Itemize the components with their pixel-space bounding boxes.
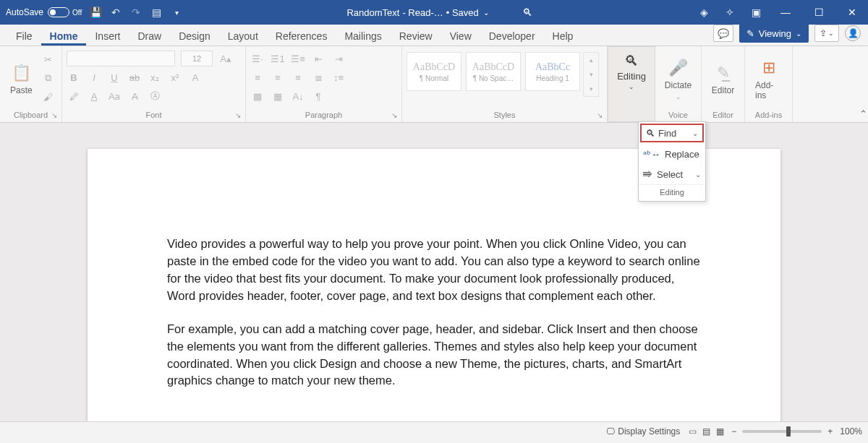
dialog-launcher-icon[interactable]: ↘	[232, 111, 241, 119]
tab-file[interactable]: File	[7, 26, 41, 46]
italic-button[interactable]: I	[87, 70, 101, 85]
change-case-icon[interactable]: Aa	[107, 89, 122, 103]
maximize-button[interactable]: ☐	[809, 7, 829, 18]
title-dropdown-icon[interactable]: ⌄	[483, 9, 489, 17]
redo-icon[interactable]: ↷	[129, 6, 142, 19]
char-border-icon[interactable]: Ⓐ	[148, 89, 162, 103]
font-size-combo[interactable]: 12	[181, 51, 213, 66]
comments-button[interactable]: 💬	[713, 25, 733, 42]
strike-icon[interactable]: ab	[127, 70, 142, 85]
display-settings-icon[interactable]: 🖵	[606, 426, 615, 436]
paragraph-1[interactable]: Video provides a powerful way to help yo…	[167, 236, 701, 305]
share-button[interactable]: ⇪⌄	[814, 25, 839, 42]
font-color-icon[interactable]: A	[87, 89, 101, 103]
format-painter-icon[interactable]: 🖌	[41, 90, 56, 104]
zoom-slider[interactable]	[742, 430, 822, 433]
style-normal[interactable]: AaBbCcD ¶ Normal	[407, 52, 461, 91]
cut-icon[interactable]: ✂	[41, 52, 56, 66]
styles-more-icon[interactable]: ▾	[584, 82, 598, 96]
close-button[interactable]: ✕	[842, 7, 862, 18]
tab-insert[interactable]: Insert	[86, 26, 129, 46]
paste-button[interactable]: 📋 Paste	[4, 49, 38, 109]
bullets-icon[interactable]: ☰·	[250, 51, 265, 66]
dec-indent-icon[interactable]: ⇤	[311, 51, 326, 66]
tab-layout[interactable]: Layout	[219, 26, 267, 46]
copy-icon[interactable]: ⧉	[41, 71, 56, 85]
dictate-button[interactable]: 🎤 Dictate ⌄	[660, 49, 697, 109]
coming-soon-icon[interactable]: ✧	[723, 6, 736, 19]
save-icon[interactable]: 💾	[89, 6, 102, 19]
sort-icon[interactable]: A↓	[291, 89, 305, 103]
document-title: RandomText	[346, 7, 399, 18]
bold-button[interactable]: B	[67, 70, 81, 85]
mic-icon: 🎤	[668, 59, 688, 77]
align-center-icon[interactable]: ≡	[271, 70, 285, 85]
grow-font-icon[interactable]: A▴	[218, 51, 233, 66]
paste-label: Paste	[10, 85, 33, 95]
align-right-icon[interactable]: ≡	[291, 70, 305, 85]
borders-icon[interactable]: ▦	[271, 89, 285, 103]
search-icon[interactable]: 🔍︎	[521, 6, 534, 19]
text-effects-icon[interactable]: A	[188, 70, 203, 85]
customize-qat-icon[interactable]: ▾	[170, 6, 183, 19]
align-left-icon[interactable]: ≡	[250, 70, 265, 85]
tab-review[interactable]: Review	[391, 26, 441, 46]
multilevel-icon[interactable]: ☰≡	[291, 51, 305, 66]
style-no-spacing[interactable]: AaBbCcD ¶ No Spac…	[466, 52, 521, 91]
quick-access-icon[interactable]: ▤	[150, 6, 163, 19]
minimize-button[interactable]: ―	[775, 7, 796, 18]
diamond-icon[interactable]: ◈	[697, 6, 710, 19]
chevron-down-icon[interactable]: ⌄	[692, 129, 698, 137]
editing-button[interactable]: 🔍︎ Editing ⌄	[608, 47, 655, 93]
undo-icon[interactable]: ↶	[109, 6, 122, 19]
highlight-icon[interactable]: 🖉	[67, 89, 81, 103]
zoom-level[interactable]: 100%	[840, 426, 862, 436]
styles-gallery[interactable]: AaBbCcD ¶ Normal AaBbCcD ¶ No Spac… AaBb…	[407, 52, 580, 91]
addins-button[interactable]: ⊞ Add-ins	[749, 49, 788, 109]
read-mode-icon[interactable]: ▤	[702, 426, 710, 436]
group-voice: 🎤 Dictate ⌄ Voice	[655, 46, 702, 122]
chevron-down-icon: ⌄	[676, 93, 681, 100]
subscript-icon[interactable]: x₂	[148, 70, 162, 85]
styles-up-icon[interactable]: ▴	[584, 53, 598, 67]
inc-indent-icon[interactable]: ⇥	[331, 51, 346, 66]
zoom-out-icon[interactable]: −	[731, 426, 736, 436]
tab-home[interactable]: Home	[41, 26, 87, 46]
underline-button[interactable]: U	[107, 70, 122, 85]
styles-down-icon[interactable]: ▾	[584, 67, 598, 82]
autosave-toggle[interactable]: AutoSave Off	[6, 7, 82, 17]
tab-design[interactable]: Design	[170, 26, 219, 46]
superscript-icon[interactable]: x²	[168, 70, 182, 85]
tab-draw[interactable]: Draw	[129, 26, 170, 46]
tab-references[interactable]: References	[267, 26, 336, 46]
dialog-launcher-icon[interactable]: ↘	[48, 111, 57, 119]
paragraph-2[interactable]: For example, you can add a matching cove…	[167, 321, 701, 390]
tab-help[interactable]: Help	[544, 26, 582, 46]
zoom-in-icon[interactable]: +	[827, 426, 833, 436]
ribbon-display-icon[interactable]: ▣	[749, 6, 762, 19]
share-icon: ⇪	[820, 28, 827, 38]
find-menu-item[interactable]: 🔍︎Find ⌄	[640, 124, 704, 142]
tab-view[interactable]: View	[441, 26, 480, 46]
account-avatar[interactable]: 👤	[845, 25, 861, 41]
dialog-launcher-icon[interactable]: ↘	[388, 111, 397, 119]
justify-icon[interactable]: ≣	[311, 70, 326, 85]
numbering-icon[interactable]: ☰1	[271, 51, 285, 66]
display-settings-label[interactable]: Display Settings	[618, 426, 680, 436]
print-layout-icon[interactable]: ▭	[689, 426, 697, 436]
dialog-launcher-icon[interactable]: ↘	[594, 111, 603, 119]
web-layout-icon[interactable]: ▦	[716, 426, 724, 436]
replace-menu-item[interactable]: ᵃᵇ↔ Replace	[639, 144, 705, 164]
style-heading1[interactable]: AaBbCc Heading 1	[525, 52, 580, 91]
editor-button[interactable]: ✎̲ Editor	[706, 49, 740, 109]
collapse-ribbon-icon[interactable]: ⌃	[854, 106, 868, 122]
select-menu-item[interactable]: ⭆ Select ⌄	[639, 164, 705, 184]
shading-icon[interactable]: ▩	[250, 89, 265, 103]
viewing-mode-button[interactable]: ✎ Viewing ⌄	[739, 24, 809, 43]
font-name-combo[interactable]	[67, 51, 175, 66]
clear-format-icon[interactable]: A̶	[127, 89, 142, 103]
show-marks-icon[interactable]: ¶	[311, 89, 326, 103]
line-spacing-icon[interactable]: ↕≡	[331, 70, 346, 85]
tab-mailings[interactable]: Mailings	[336, 26, 390, 46]
tab-developer[interactable]: Developer	[480, 26, 544, 46]
